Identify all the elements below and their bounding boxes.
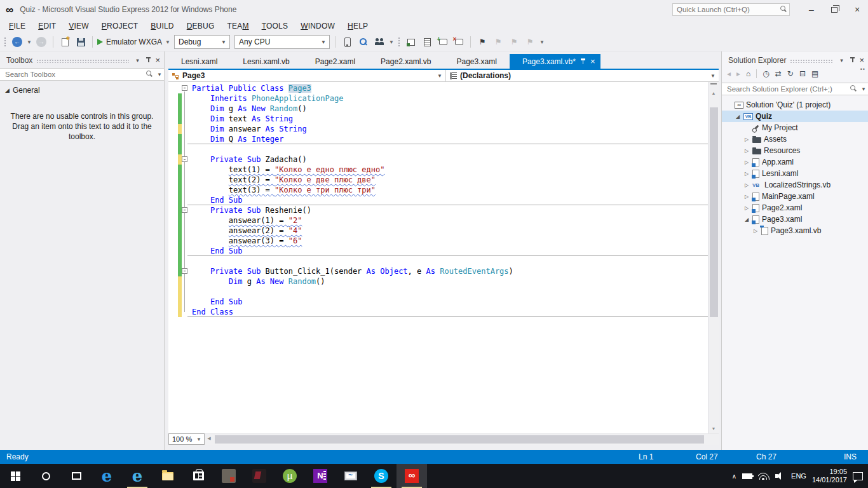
- store-button[interactable]: [183, 464, 214, 488]
- code-line[interactable]: [168, 287, 708, 297]
- pin-icon[interactable]: [850, 57, 855, 64]
- collapsed-arrow-icon[interactable]: ▷: [743, 205, 750, 211]
- code-line[interactable]: Private Sub Button_Click_1(sender As Obj…: [168, 266, 708, 276]
- tree-item-page3-xaml-vb[interactable]: ▷Page3.xaml.vb: [722, 225, 868, 236]
- collapsed-arrow-icon[interactable]: ▷: [743, 171, 750, 177]
- close-icon[interactable]: ×: [859, 55, 864, 65]
- skype-button[interactable]: S: [366, 464, 397, 488]
- bookmark-clear-icon[interactable]: ⚑: [523, 35, 537, 49]
- collapse-all-icon[interactable]: ⊟: [799, 70, 806, 78]
- code-line[interactable]: End Sub: [168, 246, 708, 256]
- feedback-icon[interactable]: [372, 35, 386, 49]
- platform-combo[interactable]: Any CPU▼: [234, 35, 330, 49]
- tree-item-localizedstrings-vb[interactable]: ▷VBLocalizedStrings.vb: [722, 179, 868, 191]
- toolbar-options-dropdown[interactable]: ▼: [539, 39, 545, 45]
- run-target-dropdown[interactable]: ▼: [165, 39, 171, 45]
- menu-item-project[interactable]: PROJECT: [95, 20, 144, 32]
- search-options-dropdown[interactable]: ▾: [859, 86, 868, 92]
- toolbox-search-input[interactable]: [0, 71, 145, 78]
- menu-item-help[interactable]: HELP: [341, 20, 374, 32]
- menu-item-tools[interactable]: TOOLS: [255, 20, 295, 32]
- volume-icon[interactable]: [775, 472, 785, 480]
- fold-collapse-box[interactable]: [182, 207, 187, 213]
- tree-item-solution-quiz-1-project-[interactable]: ∞Solution 'Quiz' (1 project): [722, 99, 868, 111]
- code-line[interactable]: End Class: [168, 307, 708, 317]
- add-comment-icon[interactable]: [436, 35, 450, 49]
- menu-item-build[interactable]: BUILD: [144, 20, 180, 32]
- code-line[interactable]: text(2) = "Колко е две плюс две": [168, 175, 708, 185]
- tree-item-lesni-xaml[interactable]: ▷Lesni.xaml: [722, 168, 868, 179]
- expanded-arrow-icon[interactable]: ◢: [5, 87, 10, 93]
- show-hidden-icons-chevron[interactable]: ∧: [732, 473, 736, 480]
- pin-icon[interactable]: [580, 58, 586, 65]
- action-center-icon[interactable]: [853, 472, 863, 480]
- new-item-icon[interactable]: [58, 35, 72, 49]
- search-options-dropdown[interactable]: ▾: [155, 71, 164, 78]
- configuration-combo[interactable]: Debug▼: [174, 35, 230, 49]
- toolbox-group-general[interactable]: ◢ General: [0, 81, 164, 95]
- internet-explorer-button[interactable]: e: [122, 464, 153, 488]
- game-1-button[interactable]: [214, 464, 244, 488]
- document-outline-icon[interactable]: [420, 35, 434, 49]
- close-icon[interactable]: ×: [590, 57, 595, 65]
- toolbox-title-bar[interactable]: Toolbox ▾ ×: [0, 51, 164, 66]
- quick-launch-box[interactable]: [672, 3, 790, 16]
- tab-page3-xaml-vb-[interactable]: Page3.xaml.vb*×: [510, 54, 600, 69]
- close-icon[interactable]: ×: [155, 55, 160, 65]
- code-line[interactable]: text(3) = "Колко е три плюс три": [168, 185, 708, 195]
- split-editor-handle[interactable]: [710, 83, 717, 89]
- menu-item-debug[interactable]: DEBUG: [180, 20, 221, 32]
- code-line[interactable]: Private Sub Reshenie(): [168, 205, 708, 215]
- game-2-button[interactable]: [244, 464, 275, 488]
- search-icon[interactable]: [849, 85, 858, 93]
- editor-zoom-combo[interactable]: 100 % ▼: [168, 433, 205, 445]
- editor-vertical-scrollbar[interactable]: ▲ ▼: [708, 82, 719, 433]
- sync-with-active-document-icon[interactable]: ⇄: [775, 70, 782, 78]
- navigate-box-icon[interactable]: [404, 35, 418, 49]
- utorrent-button[interactable]: µ: [275, 464, 305, 488]
- code-line[interactable]: Dim answear As String: [168, 124, 708, 134]
- code-line[interactable]: Private Sub Zadacha(): [168, 154, 708, 165]
- menu-item-edit[interactable]: EDIT: [32, 20, 62, 32]
- language-indicator[interactable]: ENG: [791, 472, 806, 480]
- tree-item-page3-xaml[interactable]: ◢Page3.xaml: [722, 214, 868, 225]
- code-editor[interactable]: Partial Public Class Page3 Inherits Phon…: [168, 82, 708, 433]
- tab-lesni-xaml-vb[interactable]: Lesni.xaml.vb: [230, 54, 302, 69]
- bookmark-icon[interactable]: ⚑: [475, 35, 489, 49]
- bookmark-next-icon[interactable]: ⚑: [507, 35, 521, 49]
- visual-studio-button[interactable]: ∞: [397, 464, 427, 488]
- battery-icon[interactable]: [742, 473, 752, 479]
- collapsed-arrow-icon[interactable]: ▷: [743, 182, 750, 188]
- code-line[interactable]: answear(2) = "4": [168, 226, 708, 236]
- scroll-down-arrow[interactable]: ▼: [709, 424, 719, 433]
- quick-launch-input[interactable]: [673, 6, 779, 13]
- task-view-button[interactable]: [61, 464, 92, 488]
- collapsed-arrow-icon[interactable]: ▷: [743, 194, 750, 200]
- scrollbar-thumb[interactable]: [215, 435, 704, 444]
- pin-icon[interactable]: [146, 57, 151, 64]
- tab-lesni-xaml[interactable]: Lesni.xaml: [168, 54, 230, 69]
- wifi-icon[interactable]: [758, 472, 770, 480]
- collapsed-arrow-icon[interactable]: ▷: [752, 228, 759, 234]
- collapsed-arrow-icon[interactable]: ▷: [743, 137, 750, 142]
- nav-back-dropdown[interactable]: ▼: [26, 39, 32, 45]
- expanded-arrow-icon[interactable]: ◢: [743, 217, 750, 222]
- code-line[interactable]: End Sub: [168, 297, 708, 307]
- tab-page2-xaml-vb[interactable]: Page2.xaml.vb: [368, 54, 444, 69]
- code-line[interactable]: Dim g As New Random(): [168, 104, 708, 114]
- code-line[interactable]: answear(3) = "6": [168, 236, 708, 246]
- feedback-dropdown[interactable]: ▼: [388, 39, 395, 45]
- toolbox-search-box[interactable]: ▾: [0, 68, 164, 81]
- close-button[interactable]: ×: [850, 4, 864, 15]
- system-monitor-button[interactable]: [336, 464, 366, 488]
- scroll-left-arrow[interactable]: ◀: [205, 434, 214, 443]
- remove-comment-icon[interactable]: [452, 35, 466, 49]
- scroll-up-arrow[interactable]: ▲: [709, 89, 719, 98]
- more-buttons-chevron[interactable]: ••: [860, 66, 865, 72]
- tree-item-my-project[interactable]: My Project: [722, 122, 868, 133]
- fold-collapse-box[interactable]: [182, 156, 187, 162]
- code-line[interactable]: End Sub: [168, 195, 708, 205]
- search-icon[interactable]: [145, 70, 154, 79]
- code-line[interactable]: Dim text As String: [168, 114, 708, 124]
- code-line[interactable]: [168, 256, 708, 266]
